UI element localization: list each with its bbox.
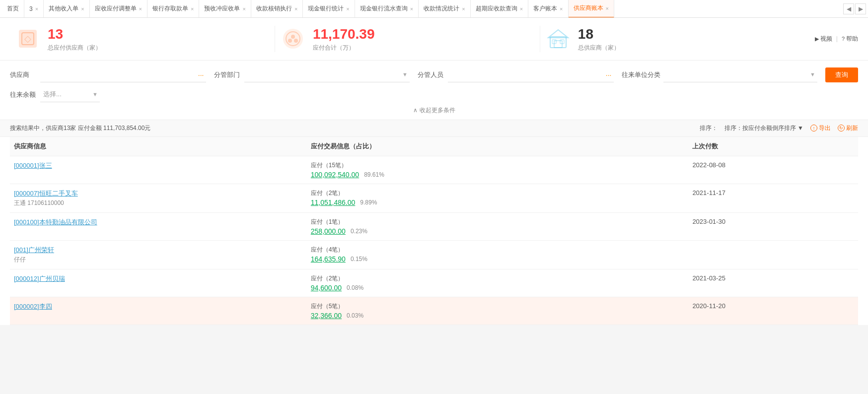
table-row: [000100]本特勤油品有限公司应付（1笔）258,000.000.23%20… xyxy=(10,212,858,240)
filter-category: 往来单位分类 ▼ xyxy=(622,67,818,82)
supplier-info-cell: [000007]恒旺二手叉车王通 17106110000 xyxy=(10,184,307,212)
close-icon[interactable]: × xyxy=(346,6,349,12)
supplier-input[interactable] xyxy=(40,67,206,82)
payable-info-cell: 应付（15笔）100,092,540.0089.61% xyxy=(307,156,689,184)
export-icon: ↑ xyxy=(810,125,817,131)
balance-select[interactable]: 选择... ▼ xyxy=(40,87,100,102)
nav-bar: 首页 3 × 其他收入单 × 应收应付调整单 × 银行存取款单 × 预收冲应收单… xyxy=(0,0,868,18)
supplier-dots-icon[interactable]: ··· xyxy=(198,71,204,79)
dept-select[interactable]: ▼ xyxy=(244,67,410,82)
supplier-link[interactable]: [000007]恒旺二手叉车 xyxy=(14,190,78,197)
table-body: [000001]张三应付（15笔）100,092,540.0089.61%202… xyxy=(10,156,858,325)
nav-tab-cash-bank-query[interactable]: 现金银行流水查询 × xyxy=(355,0,419,18)
svg-point-5 xyxy=(291,35,295,39)
main-content: 供应商信息 应付交易信息（占比） 上次付数 [000001]张三应付（15笔）1… xyxy=(0,137,868,325)
supplier-link[interactable]: [000002]李四 xyxy=(14,303,52,310)
supplier-link[interactable]: [000100]本特勤油品有限公司 xyxy=(14,218,97,226)
refresh-button[interactable]: ↻ 刷新 xyxy=(838,124,858,132)
nav-tab-prepay-ar[interactable]: 预收冲应收单 × xyxy=(199,0,251,18)
help-link[interactable]: ? 帮助 xyxy=(842,35,858,43)
close-icon[interactable]: × xyxy=(191,6,194,12)
payable-count: 应付（4笔） xyxy=(311,246,685,254)
category-select[interactable]: ▼ xyxy=(663,67,818,82)
supplier-link[interactable]: [000012]广州贝瑞 xyxy=(14,275,65,282)
close-icon[interactable]: × xyxy=(462,6,465,12)
person-input[interactable] xyxy=(448,67,614,82)
payable-count: 应付（15笔） xyxy=(311,161,685,170)
export-button[interactable]: ↑ 导出 xyxy=(810,124,831,132)
payable-suppliers-label: 总应付供应商（家） xyxy=(48,44,101,52)
nav-tab-other-income[interactable]: 其他收入单 × xyxy=(44,0,89,18)
payable-suppliers-number: 13 xyxy=(48,26,101,43)
nav-next-button[interactable]: ▶ xyxy=(855,3,866,14)
payable-info-cell: 应付（2笔）11,051,486.009.89% xyxy=(307,184,689,212)
nav-tab-cash-bank-stat[interactable]: 现金银行统计 × xyxy=(303,0,355,18)
supplier-filter-label: 供应商 xyxy=(10,70,37,79)
close-icon[interactable]: × xyxy=(606,5,609,11)
close-icon[interactable]: × xyxy=(81,6,84,12)
nav-tab-ar-ap-adjust[interactable]: 应收应付调整单 × xyxy=(90,0,147,18)
payable-amount[interactable]: 100,092,540.00 xyxy=(311,171,359,179)
filter-supplier: 供应商 ··· xyxy=(10,67,206,82)
supplier-link[interactable]: [001]广州荣轩 xyxy=(14,246,54,254)
top-right-links: ▶ 视频 | ? 帮助 xyxy=(815,35,858,43)
nav-tab-receipt-verify[interactable]: 收款核销执行 × xyxy=(251,0,303,18)
close-icon[interactable]: × xyxy=(35,6,38,12)
video-link[interactable]: ▶ 视频 xyxy=(815,35,832,43)
payable-info-cell: 应付（4笔）164,635.900.15% xyxy=(307,240,689,269)
supplier-link[interactable]: [000001]张三 xyxy=(14,162,52,169)
category-filter-label: 往来单位分类 xyxy=(622,70,660,79)
nav-prev-button[interactable]: ◀ xyxy=(843,3,854,14)
nav-tab-supplier-ledger[interactable]: 供应商账本 × xyxy=(569,0,614,18)
person-filter-label: 分管人员 xyxy=(418,70,445,79)
close-icon[interactable]: × xyxy=(242,6,245,12)
summary-info-payable-suppliers: 13 总应付供应商（家） xyxy=(48,26,101,52)
help-icon: ? xyxy=(842,36,845,42)
nav-tab-overdue-ar[interactable]: 超期应收款查询 × xyxy=(471,0,528,18)
svg-rect-10 xyxy=(554,41,562,48)
payable-percent: 0.15% xyxy=(351,256,367,263)
store-icon xyxy=(545,26,571,52)
sort-value: 排序：按应付余额倒序排序 xyxy=(724,124,796,132)
person-dots-icon[interactable]: ··· xyxy=(606,71,612,79)
payable-percent: 9.89% xyxy=(360,199,377,206)
supplier-input-wrapper: ··· xyxy=(40,67,206,82)
summary-card-total-suppliers: 18 总供应商（家） xyxy=(540,26,805,52)
filter-person: 分管人员 ··· xyxy=(418,67,614,82)
payable-amount[interactable]: 94,600.00 xyxy=(311,284,342,292)
nav-tab-3[interactable]: 3 × xyxy=(24,0,44,18)
nav-tab-bank-deposit[interactable]: 银行存取款单 × xyxy=(147,0,199,18)
sort-select[interactable]: 排序：按应付余额倒序排序 ▼ xyxy=(724,124,803,132)
payable-amount[interactable]: 258,000.00 xyxy=(311,227,346,235)
nav-tab-customer-ledger[interactable]: 客户账本 × xyxy=(528,0,568,18)
sort-dropdown-icon: ▼ xyxy=(797,125,803,131)
nav-tab-receipt-stat[interactable]: 收款情况统计 × xyxy=(419,0,470,18)
close-icon[interactable]: × xyxy=(520,6,523,12)
last-pay-cell xyxy=(688,240,858,269)
payable-amount[interactable]: 11,051,486.00 xyxy=(311,198,356,206)
supplier-info-cell: [000001]张三 xyxy=(10,156,307,184)
nav-tab-home[interactable]: 首页 xyxy=(2,0,24,18)
close-icon[interactable]: × xyxy=(410,6,413,12)
video-icon: ▶ xyxy=(815,36,819,42)
payable-amount[interactable]: 32,366.00 xyxy=(311,312,342,320)
category-dropdown-icon[interactable]: ▼ xyxy=(810,71,817,77)
close-icon[interactable]: × xyxy=(560,6,563,12)
close-icon[interactable]: × xyxy=(139,6,142,12)
payable-percent: 0.23% xyxy=(351,228,367,235)
last-pay-cell: 2021-11-17 xyxy=(688,184,858,212)
balance-dropdown-icon[interactable]: ▼ xyxy=(92,91,100,97)
query-button[interactable]: 查询 xyxy=(825,67,858,82)
results-text: 搜索结果中，供应商13家 应付金额 111,703,854.00元 xyxy=(10,124,150,132)
table-row: [000001]张三应付（15笔）100,092,540.0089.61%202… xyxy=(10,156,858,184)
svg-text:◇: ◇ xyxy=(24,34,31,44)
collapse-button[interactable]: ∧ 收起更多条件 xyxy=(10,106,858,115)
payable-amount[interactable]: 164,635.90 xyxy=(311,255,346,263)
summary-card-payable-amount: 11,170.39 应付合计（万） xyxy=(275,26,540,52)
balance-select-text: 选择... xyxy=(40,90,92,99)
dept-dropdown-icon[interactable]: ▼ xyxy=(402,71,410,77)
grain-icon xyxy=(280,26,306,52)
filter-row-1: 供应商 ··· 分管部门 ▼ 分管人员 ··· 往来单位分类 xyxy=(10,67,858,82)
close-icon[interactable]: × xyxy=(294,6,297,12)
payable-count: 应付（2笔） xyxy=(311,274,685,283)
